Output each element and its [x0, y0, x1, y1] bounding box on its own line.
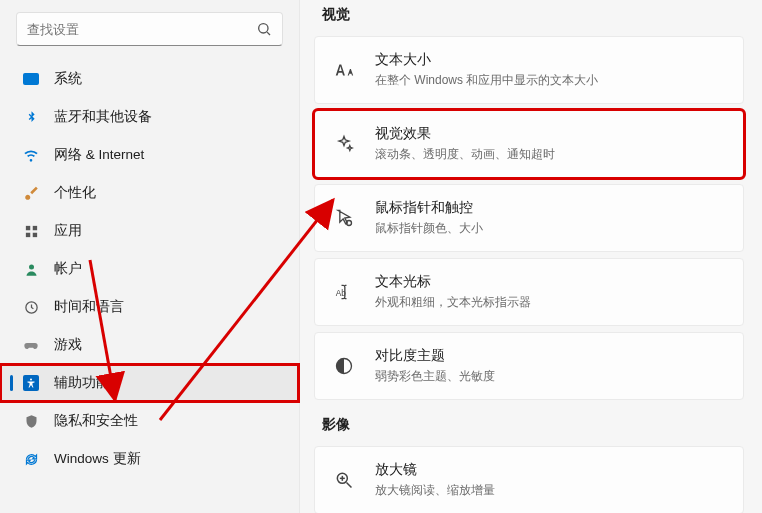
apps-icon: [22, 222, 40, 240]
card-visual-effects[interactable]: 视觉效果 滚动条、透明度、动画、通知超时: [314, 110, 744, 178]
section-image-title: 影像: [322, 416, 762, 434]
nav-privacy[interactable]: 隐私和安全性: [0, 402, 299, 440]
text-size-icon: [331, 57, 357, 83]
nav-label: 蓝牙和其他设备: [54, 108, 152, 126]
magnifier-icon: [331, 467, 357, 493]
card-title: 对比度主题: [375, 347, 495, 365]
card-desc: 弱势彩色主题、光敏度: [375, 368, 495, 385]
nav-label: 游戏: [54, 336, 82, 354]
search-box[interactable]: [16, 12, 283, 46]
card-title: 鼠标指针和触控: [375, 199, 483, 217]
search-icon: [256, 21, 272, 37]
card-contrast-themes[interactable]: 对比度主题 弱势彩色主题、光敏度: [314, 332, 744, 400]
nav-accounts[interactable]: 帐户: [0, 250, 299, 288]
card-desc: 鼠标指针颜色、大小: [375, 220, 483, 237]
card-text-cursor[interactable]: Ab 文本光标 外观和粗细，文本光标指示器: [314, 258, 744, 326]
accessibility-icon: [22, 374, 40, 392]
svg-point-8: [30, 379, 32, 381]
svg-line-1: [267, 32, 270, 35]
nav-label: 帐户: [54, 260, 82, 278]
nav-label: 隐私和安全性: [54, 412, 138, 430]
nav-gaming[interactable]: 游戏: [0, 326, 299, 364]
nav-network[interactable]: 网络 & Internet: [0, 136, 299, 174]
svg-rect-5: [32, 232, 36, 236]
system-icon: [22, 70, 40, 88]
svg-point-0: [259, 24, 268, 33]
bluetooth-icon: [22, 108, 40, 126]
card-text-size[interactable]: 文本大小 在整个 Windows 和应用中显示的文本大小: [314, 36, 744, 104]
card-desc: 滚动条、透明度、动画、通知超时: [375, 146, 555, 163]
main-content: 视觉 文本大小 在整个 Windows 和应用中显示的文本大小 视觉效果 滚动条…: [300, 0, 762, 513]
sidebar: 系统 蓝牙和其他设备 网络 & Internet 个性化: [0, 0, 300, 513]
sparkle-icon: [331, 131, 357, 157]
svg-rect-2: [25, 225, 29, 229]
svg-line-13: [347, 483, 352, 488]
update-icon: [22, 450, 40, 468]
svg-rect-4: [25, 232, 29, 236]
nav-apps[interactable]: 应用: [0, 212, 299, 250]
card-mouse-pointer[interactable]: 鼠标指针和触控 鼠标指针颜色、大小: [314, 184, 744, 252]
shield-icon: [22, 412, 40, 430]
nav-label: 辅助功能: [54, 374, 110, 392]
card-title: 文本大小: [375, 51, 598, 69]
nav-label: 时间和语言: [54, 298, 124, 316]
wifi-icon: [22, 146, 40, 164]
nav-system[interactable]: 系统: [0, 60, 299, 98]
clock-icon: [22, 298, 40, 316]
card-magnifier[interactable]: 放大镜 放大镜阅读、缩放增量: [314, 446, 744, 513]
gamepad-icon: [22, 336, 40, 354]
search-input[interactable]: [27, 22, 256, 37]
nav-windows-update[interactable]: Windows 更新: [0, 440, 299, 478]
nav-accessibility[interactable]: 辅助功能: [0, 364, 299, 402]
nav-list: 系统 蓝牙和其他设备 网络 & Internet 个性化: [0, 60, 299, 478]
svg-point-6: [29, 264, 34, 269]
text-cursor-icon: Ab: [331, 279, 357, 305]
card-desc: 放大镜阅读、缩放增量: [375, 482, 495, 499]
nav-label: 应用: [54, 222, 82, 240]
cursor-icon: [331, 205, 357, 231]
card-title: 放大镜: [375, 461, 495, 479]
nav-label: 系统: [54, 70, 82, 88]
nav-personalization[interactable]: 个性化: [0, 174, 299, 212]
nav-time-language[interactable]: 时间和语言: [0, 288, 299, 326]
card-desc: 外观和粗细，文本光标指示器: [375, 294, 531, 311]
person-icon: [22, 260, 40, 278]
svg-text:Ab: Ab: [336, 288, 347, 298]
nav-label: 个性化: [54, 184, 96, 202]
paintbrush-icon: [22, 184, 40, 202]
svg-rect-3: [32, 225, 36, 229]
nav-bluetooth[interactable]: 蓝牙和其他设备: [0, 98, 299, 136]
section-vision-title: 视觉: [322, 6, 762, 24]
nav-label: 网络 & Internet: [54, 146, 144, 164]
nav-label: Windows 更新: [54, 450, 141, 468]
card-title: 文本光标: [375, 273, 531, 291]
card-desc: 在整个 Windows 和应用中显示的文本大小: [375, 72, 598, 89]
card-title: 视觉效果: [375, 125, 555, 143]
contrast-icon: [331, 353, 357, 379]
